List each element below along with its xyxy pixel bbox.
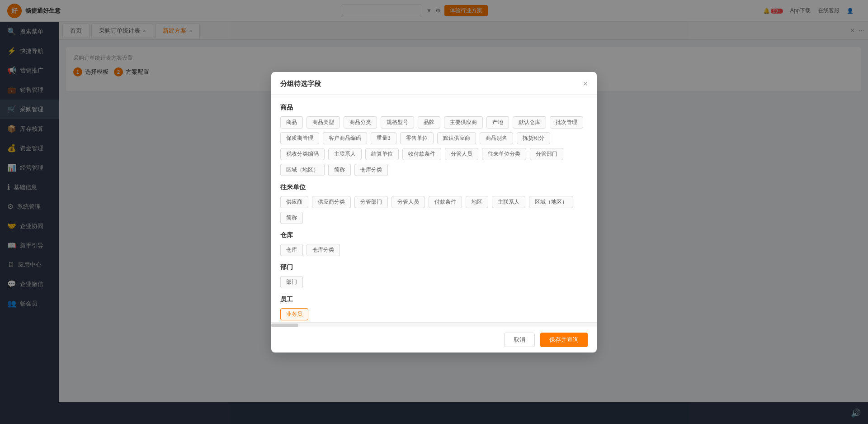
field-batch-mgmt[interactable]: 批次管理 — [550, 116, 583, 129]
field-partner-abbr[interactable]: 简称 — [280, 212, 303, 224]
field-department[interactable]: 部门 — [280, 276, 303, 288]
field-origin[interactable]: 产地 — [486, 116, 509, 129]
field-payment-terms[interactable]: 收付款条件 — [402, 148, 441, 160]
field-partner-dept[interactable]: 分管部门 — [354, 196, 388, 208]
field-pay-terms[interactable]: 付款条件 — [429, 196, 462, 208]
section-product-title: 商品 — [280, 104, 588, 112]
hscroll-thumb[interactable] — [271, 324, 298, 327]
field-group-product: 商品 商品类型 商品分类 规格型号 品牌 主要供应商 产地 默认仓库 批次管理 … — [280, 116, 588, 176]
field-partner-person[interactable]: 分管人员 — [392, 196, 425, 208]
field-product[interactable]: 商品 — [280, 116, 303, 129]
field-supplier[interactable]: 供应商 — [280, 196, 308, 208]
dialog-header: 分组待选字段 × — [271, 72, 597, 95]
field-group-dept: 部门 — [280, 276, 588, 288]
field-warehouse-category[interactable]: 仓库分类 — [307, 244, 340, 256]
field-select-dialog: 分组待选字段 × 商品 商品 商品类型 商品分类 规格型号 品牌 主要供应商 产… — [271, 72, 597, 353]
field-brand[interactable]: 品牌 — [418, 116, 440, 129]
field-retail-unit[interactable]: 零售单位 — [400, 132, 434, 144]
field-unit-category[interactable]: 往来单位分类 — [482, 148, 526, 160]
section-staff-title: 员工 — [280, 295, 588, 304]
field-dept[interactable]: 分管部门 — [530, 148, 563, 160]
field-weight3[interactable]: 重量3 — [371, 132, 396, 144]
field-abbr[interactable]: 简称 — [328, 164, 351, 176]
dialog-close-btn[interactable]: × — [583, 79, 588, 89]
field-group-staff: 业务员 — [280, 308, 588, 320]
dialog-body[interactable]: 商品 商品 商品类型 商品分类 规格型号 品牌 主要供应商 产地 默认仓库 批次… — [271, 95, 597, 323]
field-district[interactable]: 地区 — [466, 196, 488, 208]
section-dept-title: 部门 — [280, 263, 588, 272]
field-product-type[interactable]: 商品类型 — [307, 116, 340, 129]
field-spec-model[interactable]: 规格型号 — [381, 116, 414, 129]
section-partner-title: 往来单位 — [280, 183, 588, 191]
field-salesperson[interactable]: 业务员 — [280, 308, 308, 320]
cancel-button[interactable]: 取消 — [504, 333, 535, 347]
field-expiry-mgmt[interactable]: 保质期管理 — [280, 132, 319, 144]
dialog-footer: 取消 保存并查询 — [271, 327, 597, 353]
field-region[interactable]: 区域（地区） — [280, 164, 325, 176]
field-warehouse-cat[interactable]: 仓库分类 — [354, 164, 388, 176]
section-warehouse-title: 仓库 — [280, 231, 588, 239]
field-customer-code[interactable]: 客户商品编码 — [323, 132, 367, 144]
dialog-hscroll[interactable] — [271, 322, 597, 326]
field-product-alias[interactable]: 商品别名 — [480, 132, 513, 144]
modal-overlay: 分组待选字段 × 商品 商品 商品类型 商品分类 规格型号 品牌 主要供应商 产… — [0, 0, 868, 424]
confirm-button[interactable]: 保存并查询 — [540, 333, 588, 347]
dialog-title: 分组待选字段 — [280, 80, 321, 88]
field-default-warehouse[interactable]: 默认仓库 — [513, 116, 546, 129]
field-partner-region[interactable]: 区域（地区） — [529, 196, 573, 208]
field-main-supplier[interactable]: 主要供应商 — [444, 116, 483, 129]
field-group-partner: 供应商 供应商分类 分管部门 分管人员 付款条件 地区 主联系人 区域（地区） … — [280, 196, 588, 224]
field-default-supplier[interactable]: 默认供应商 — [437, 132, 476, 144]
field-main-contact[interactable]: 主联系人 — [328, 148, 362, 160]
field-supervisor[interactable]: 分管人员 — [445, 148, 478, 160]
field-tax-code[interactable]: 税收分类编码 — [280, 148, 325, 160]
field-partner-contact[interactable]: 主联系人 — [492, 196, 525, 208]
field-product-category[interactable]: 商品分类 — [344, 116, 377, 129]
field-settlement-unit[interactable]: 结算单位 — [365, 148, 399, 160]
field-warehouse[interactable]: 仓库 — [280, 244, 303, 256]
field-supplier-cat[interactable]: 供应商分类 — [312, 196, 351, 208]
field-group-warehouse: 仓库 仓库分类 — [280, 244, 588, 256]
field-pick-points[interactable]: 拣货积分 — [517, 132, 550, 144]
